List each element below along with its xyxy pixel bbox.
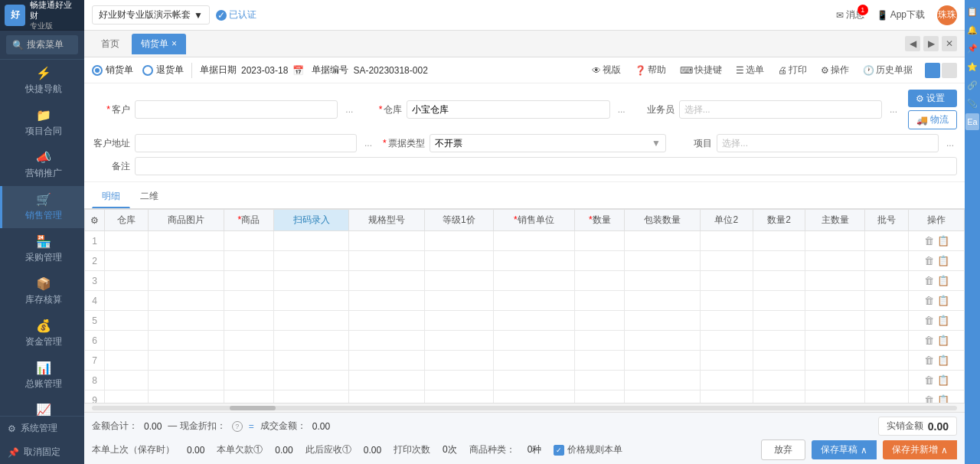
project-dots-btn[interactable]: ... xyxy=(943,138,957,149)
right-panel-icon-3[interactable]: 📌 xyxy=(965,40,979,57)
project-input[interactable]: 选择... xyxy=(717,134,939,152)
tab-next-button[interactable]: ▶ xyxy=(923,36,939,51)
right-panel-icon-7[interactable]: Ea xyxy=(965,113,979,130)
save-draft-button[interactable]: 保存草稿 ∧ xyxy=(812,440,877,459)
row-copy-icon-6[interactable]: 📋 xyxy=(937,335,949,346)
sidebar-item-project[interactable]: 📁 项目合同 xyxy=(0,102,84,144)
row-copy-icon-4[interactable]: 📋 xyxy=(937,295,949,306)
toolbar-history-btn[interactable]: 🕐 历史单据 xyxy=(858,62,917,78)
project-field-group: 项目 选择... ... xyxy=(674,134,957,152)
right-panel-icon-5[interactable]: 🔗 xyxy=(965,77,979,93)
row-delete-icon-9[interactable]: 🗑 xyxy=(924,394,934,403)
message-badge: 1 xyxy=(858,5,868,15)
message-button[interactable]: ✉ 消息 1 xyxy=(836,8,864,21)
th-sales-unit: 销售单位 xyxy=(493,210,575,231)
app-sub: 专业版 xyxy=(30,21,80,31)
discount-help-icon[interactable]: ? xyxy=(232,421,243,432)
tab-detail[interactable]: 明细 xyxy=(92,185,130,208)
right-panel-icon-2[interactable]: 🔔 xyxy=(965,21,979,38)
tab-two-dim[interactable]: 二维 xyxy=(130,185,168,208)
abandon-button[interactable]: 放弃 xyxy=(761,439,805,460)
row-copy-icon-5[interactable]: 📋 xyxy=(937,315,949,326)
remarks-input[interactable] xyxy=(135,157,957,175)
toolbar-print-btn[interactable]: 🖨 打印 xyxy=(773,62,812,78)
toolbar-shortcut-btn[interactable]: ⌨ 快捷键 xyxy=(675,62,727,78)
help-icon: ❓ xyxy=(635,65,646,76)
setup-icon: ⚙ xyxy=(916,93,924,104)
invoice-type-select[interactable]: 不开票 ▼ xyxy=(430,134,666,152)
scrollbar-thumb[interactable] xyxy=(230,406,276,410)
company-selector[interactable]: 好业财专业版演示帐套 ▼ xyxy=(92,5,210,25)
table-scrollbar[interactable] xyxy=(84,403,965,412)
row-delete-icon-2[interactable]: 🗑 xyxy=(924,255,934,266)
view-list-icon[interactable] xyxy=(942,63,957,78)
row-copy-icon-1[interactable]: 📋 xyxy=(937,235,949,247)
row-delete-icon-7[interactable]: 🗑 xyxy=(924,355,934,366)
sidebar-item-reports[interactable]: 📈 发票管理 xyxy=(0,397,84,416)
customer-label: 客户 xyxy=(92,103,130,116)
right-panel-icon-4[interactable]: ⭐ xyxy=(965,58,979,75)
company-name: 好业财专业版演示帐套 xyxy=(99,8,191,21)
search-button[interactable]: 🔍 搜索菜单 xyxy=(6,35,78,54)
logistics-button[interactable]: 🚚 物流 xyxy=(908,110,957,129)
tab-sales-order[interactable]: 销货单 × xyxy=(132,34,186,54)
th-settings[interactable]: ⚙ xyxy=(85,210,105,231)
right-panel-icon-6[interactable]: 📎 xyxy=(965,95,979,112)
table-row: 7 🗑📋 xyxy=(85,351,965,371)
row-delete-icon-1[interactable]: 🗑 xyxy=(924,235,934,247)
sidebar-item-inventory[interactable]: 📦 库存核算 xyxy=(0,270,84,312)
row-copy-icon-7[interactable]: 📋 xyxy=(937,355,949,366)
row-delete-icon-8[interactable]: 🗑 xyxy=(924,374,934,386)
salesperson-dots-btn[interactable]: ... xyxy=(887,104,900,115)
save-new-button[interactable]: 保存并新增 ∧ xyxy=(883,440,957,459)
sidebar-item-funds[interactable]: 💰 资金管理 xyxy=(0,312,84,355)
row-delete-icon-5[interactable]: 🗑 xyxy=(924,315,934,326)
row-delete-icon-4[interactable]: 🗑 xyxy=(924,295,934,306)
view-grid-icon[interactable] xyxy=(925,63,940,78)
sidebar-item-marketing[interactable]: 📣 营销推广 xyxy=(0,144,84,186)
tab-close-all-button[interactable]: ✕ xyxy=(942,36,957,51)
customer-address-input[interactable] xyxy=(135,134,357,152)
customer-dots-btn[interactable]: ... xyxy=(342,104,356,115)
tab-prev-button[interactable]: ◀ xyxy=(905,36,920,51)
warehouse-input[interactable]: 小宝仓库 xyxy=(407,100,609,119)
setup-button[interactable]: ⚙ 设置 xyxy=(908,90,957,107)
row-delete-icon-3[interactable]: 🗑 xyxy=(924,275,934,286)
user-avatar[interactable]: 珠珠 xyxy=(937,5,957,25)
doc-date-field: 单据日期 2023-03-18 📅 xyxy=(200,64,304,77)
shortcut-icon: ⌨ xyxy=(680,65,693,76)
sidebar-item-quick-nav[interactable]: ⚡ 快捷导航 xyxy=(0,60,84,102)
row-copy-icon-2[interactable]: 📋 xyxy=(937,255,949,266)
price-standard-checkbox[interactable]: 价格规则本单 xyxy=(554,443,622,456)
salesperson-input[interactable]: 选择... xyxy=(679,100,882,119)
sidebar-item-sales[interactable]: 🛒 销售管理 xyxy=(0,186,84,228)
sidebar-item-system-settings[interactable]: ⚙ 系统管理 xyxy=(0,417,84,440)
customer-input[interactable] xyxy=(135,100,338,119)
customer-address-field-group: 客户地址 ... xyxy=(92,134,375,152)
toolbar-operate-btn[interactable]: ⚙ 操作 xyxy=(816,62,854,78)
radio-return-order[interactable]: 退货单 xyxy=(142,64,184,77)
tab-home[interactable]: 首页 xyxy=(92,34,129,54)
right-panel-icon-1[interactable]: 📋 xyxy=(965,3,979,20)
footer-summary: 金额合计： 0.00 — 现金折扣： ? = 成交金额： 0.00 实销金额 0… xyxy=(92,417,957,436)
system-settings-icon: ⚙ xyxy=(8,423,16,434)
row-delete-icon-6[interactable]: 🗑 xyxy=(924,335,934,346)
toolbar-view-btn[interactable]: 👁 视版 xyxy=(587,62,626,78)
sidebar-item-purchase[interactable]: 🏪 采购管理 xyxy=(0,228,84,270)
sidebar-item-unpin[interactable]: 📌 取消固定 xyxy=(0,440,84,464)
row-copy-icon-9[interactable]: 📋 xyxy=(937,394,949,403)
toolbar-select-btn[interactable]: ☰ 选单 xyxy=(731,62,769,78)
sidebar-item-accounts[interactable]: 📊 总账管理 xyxy=(0,355,84,397)
project-icon: 📁 xyxy=(36,108,51,123)
customer-address-dots-btn[interactable]: ... xyxy=(361,138,375,149)
th-quantity2: 数量2 xyxy=(753,210,805,231)
row-copy-icon-3[interactable]: 📋 xyxy=(937,275,949,286)
radio-sales-order[interactable]: 销货单 xyxy=(92,64,133,77)
toolbar-help-btn[interactable]: ❓ 帮助 xyxy=(630,62,671,78)
warehouse-dots-btn[interactable]: ... xyxy=(615,104,629,115)
calendar-icon[interactable]: 📅 xyxy=(292,65,304,76)
transaction-value: 0.00 xyxy=(312,421,330,432)
tab-close-icon[interactable]: × xyxy=(172,38,177,49)
row-copy-icon-8[interactable]: 📋 xyxy=(937,374,949,386)
app-download-button[interactable]: 📱 App下载 xyxy=(877,8,925,21)
